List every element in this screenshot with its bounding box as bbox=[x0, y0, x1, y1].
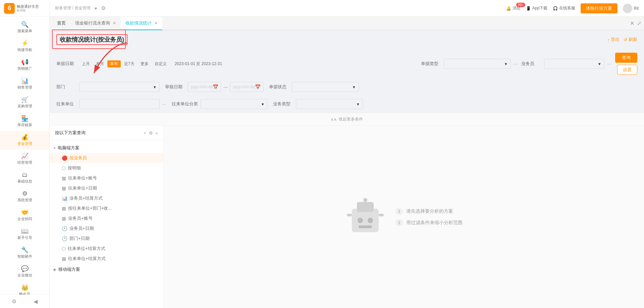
salesperson-select[interactable]: ▾ bbox=[544, 59, 604, 69]
tip-num-1: 1 bbox=[395, 208, 403, 215]
doc-type-select[interactable]: ▾ bbox=[444, 59, 511, 69]
tab-bar: 首页 现金银行流水查询 ✕ 收款情况统计 ✕ ✕ ⤢ bbox=[50, 17, 644, 30]
scheme-item-partner-account[interactable]: ▦ 往来单位+账号 bbox=[50, 173, 163, 183]
sidebar-item-guide[interactable]: 📖 新手引导 bbox=[0, 225, 49, 244]
sidebar-item-system[interactable]: ⚙ 系统管理 bbox=[0, 187, 49, 206]
query-button[interactable]: 查询 bbox=[615, 53, 637, 63]
partner-category-arrow-icon: ▾ bbox=[262, 102, 264, 107]
pc-scheme-group-header[interactable]: ▾ 电脑端方案 bbox=[50, 143, 163, 153]
sidebar-item-basic[interactable]: 🗂 基础信息 bbox=[0, 168, 49, 187]
scheme-item-partner-settlement2[interactable]: ▦ 往来单位+结算方式 bbox=[50, 254, 163, 264]
settings-button[interactable]: 设置 bbox=[617, 65, 637, 75]
sidebar-item-vip[interactable]: 👑 畅会员 bbox=[0, 281, 49, 295]
tab-bank-flow[interactable]: 现金银行流水查询 ✕ bbox=[70, 17, 121, 30]
salesperson-more-icon[interactable]: ··· bbox=[607, 61, 611, 66]
tab-bank-flow-close[interactable]: ✕ bbox=[113, 21, 116, 25]
partner-input[interactable] bbox=[79, 99, 160, 109]
scheme-tree: ▾ 电脑端方案 🔴 按业务员 ⬡ 按明细 ▦ bbox=[50, 140, 163, 278]
guide-icon: 📖 bbox=[21, 228, 29, 234]
shortcut-7days[interactable]: 近7天 bbox=[121, 60, 137, 67]
sidebar-item-hardware[interactable]: 🔧 智能硬件 bbox=[0, 244, 49, 262]
sidebar-item-finance[interactable]: 💰 资金管理 bbox=[0, 131, 49, 150]
trial-industry-button[interactable]: 体验行业方案 bbox=[581, 3, 618, 13]
maximize-button[interactable]: ⤢ bbox=[637, 20, 641, 27]
partner-more-icon[interactable]: ··· bbox=[162, 101, 166, 107]
scheme-add-button[interactable]: + bbox=[144, 131, 146, 136]
user-avatar[interactable]: Rit bbox=[623, 4, 639, 13]
doc-status-select[interactable]: ▾ bbox=[292, 82, 359, 92]
sidebar-item-sales[interactable]: 📊 销售管理 bbox=[0, 74, 49, 93]
header-gear-button[interactable]: ⚙ bbox=[101, 5, 106, 11]
tip-num-2: 2 bbox=[395, 219, 403, 226]
review-date-start[interactable]: yyyy-mm-dd 📅 bbox=[188, 82, 221, 92]
scheme-collapse-button[interactable]: « bbox=[156, 131, 158, 136]
scheme-item-partner-settlement[interactable]: ⬡ 往来单位+结算方式 bbox=[50, 244, 163, 254]
empty-tip-1: 1 请先选择要分析的方案 bbox=[395, 208, 463, 215]
main-content-area: 1 请先选择要分析的方案 2 用过滤条件来缩小分析范围 bbox=[164, 126, 644, 308]
shortcut-last-month[interactable]: 上月 bbox=[79, 60, 93, 67]
empty-tips: 1 请先选择要分析的方案 2 用过滤条件来缩小分析范围 bbox=[395, 208, 463, 226]
biz-type-select[interactable]: ▾ bbox=[296, 99, 363, 109]
scheme-item-salesperson[interactable]: 🔴 按业务员 bbox=[50, 153, 163, 163]
online-service-button[interactable]: 🎧 在线客服 bbox=[553, 5, 575, 11]
partner-date-scheme-icon: ▦ bbox=[62, 186, 66, 191]
partner-label: 往来单位 bbox=[56, 101, 76, 107]
dept-select[interactable]: ▾ bbox=[79, 82, 160, 92]
sidebar-item-inventory[interactable]: 🏪 库存核算 bbox=[0, 112, 49, 131]
refresh-button[interactable]: ↺ 刷新 bbox=[624, 37, 637, 43]
finance-icon: 💰 bbox=[21, 134, 29, 140]
settings-footer-button[interactable]: ⚙ bbox=[12, 298, 16, 305]
date-shortcuts: 上月 本月 本年 近7天 更多 自定义 bbox=[79, 60, 169, 67]
scheme-item-salesperson-settlement[interactable]: 📊 业务员+结算方式 bbox=[50, 193, 163, 203]
app-download-button[interactable]: 📱 App下载 bbox=[526, 5, 547, 11]
sidebar-item-wechat[interactable]: 💬 企业微信 bbox=[0, 262, 49, 281]
sidebar-item-purchase[interactable]: 🛒 采购管理 bbox=[0, 93, 49, 112]
scheme-item-partner-date[interactable]: ▦ 往来单位+日期 bbox=[50, 183, 163, 193]
scheme-item-detail[interactable]: ⬡ 按明细 bbox=[50, 163, 163, 173]
collapse-bar[interactable]: ∧∧ 收起更多条件 bbox=[50, 113, 644, 126]
review-date-range: yyyy-mm-dd 📅 — yyyy-mm-dd 📅 bbox=[188, 82, 264, 92]
sidebar-item-marketing[interactable]: 📢 营销推广 bbox=[0, 56, 49, 74]
scheme-item-salesperson-account[interactable]: ▦ 业务员+账号 bbox=[50, 213, 163, 223]
shortcut-this-year[interactable]: 本年 bbox=[107, 60, 121, 67]
inventory-icon: 🏪 bbox=[21, 115, 29, 121]
review-date-label: 审核日期 bbox=[165, 84, 185, 90]
dept-date-scheme-icon: 🕐 bbox=[62, 236, 67, 241]
partner-category-select[interactable]: ▾ bbox=[201, 99, 268, 109]
doc-status-label: 单据状态 bbox=[269, 84, 289, 90]
scheme-item-partner-dept-collect[interactable]: ▦ 按往来单位+部门+收... bbox=[50, 203, 163, 213]
shortcut-this-month[interactable]: 本月 bbox=[93, 60, 107, 67]
tab-receipt-stats-close[interactable]: ✕ bbox=[154, 21, 158, 25]
svg-point-7 bbox=[363, 198, 367, 202]
review-date-end[interactable]: yyyy-mm-dd 📅 bbox=[230, 82, 263, 92]
scheme-panel-actions: + ⚙ « bbox=[144, 131, 158, 136]
biz-type-label: 业务类型 bbox=[273, 101, 293, 107]
collapse-sidebar-button[interactable]: ◀ bbox=[34, 298, 38, 305]
export-button[interactable]: ↑ 导出 bbox=[607, 37, 620, 43]
mobile-scheme-group-header[interactable]: ▶ 移动端方案 bbox=[50, 264, 163, 274]
biz-type-arrow-icon: ▾ bbox=[357, 102, 359, 107]
breadcrumb-dropdown-icon[interactable]: ▾ bbox=[95, 6, 97, 11]
tab-receipt-stats[interactable]: 收款情况统计 ✕ bbox=[121, 17, 162, 30]
operations-icon: 📈 bbox=[21, 153, 29, 159]
salesperson-settlement-scheme-icon: 📊 bbox=[62, 196, 67, 201]
shortcut-custom[interactable]: 自定义 bbox=[152, 60, 169, 67]
close-all-tabs-button[interactable]: ✕ bbox=[630, 20, 634, 27]
scheme-settings-button[interactable]: ⚙ bbox=[149, 131, 153, 136]
download-icon: 📱 bbox=[526, 6, 531, 11]
sidebar-item-enterprise[interactable]: 🤝 企业协同 bbox=[0, 206, 49, 225]
scheme-item-dept-date[interactable]: 🕐 部门+日期 bbox=[50, 234, 163, 244]
logo-text: 畅捷通好生意 标准版 bbox=[17, 4, 39, 13]
notifications-button[interactable]: 🔔 消息 99+ bbox=[506, 5, 521, 11]
tab-home[interactable]: 首页 bbox=[52, 17, 70, 30]
app-logo: 6 畅捷通好生意 标准版 bbox=[0, 0, 49, 17]
sidebar-item-operations[interactable]: 📈 经营管理 bbox=[0, 150, 49, 168]
doc-type-more-icon[interactable]: ··· bbox=[514, 61, 518, 66]
sidebar-item-search[interactable]: 🔍 搜索菜单 bbox=[0, 18, 49, 37]
sidebar-item-quick-nav[interactable]: ⚡ 快捷导航 bbox=[0, 37, 49, 56]
doc-status-arrow-icon: ▾ bbox=[353, 85, 355, 90]
partner-dept-collect-scheme-icon: ▦ bbox=[62, 206, 66, 211]
scheme-item-salesperson-date[interactable]: 🕐 业务员+日期 bbox=[50, 223, 163, 234]
svg-rect-5 bbox=[347, 214, 352, 216]
shortcut-more[interactable]: 更多 bbox=[138, 60, 151, 67]
